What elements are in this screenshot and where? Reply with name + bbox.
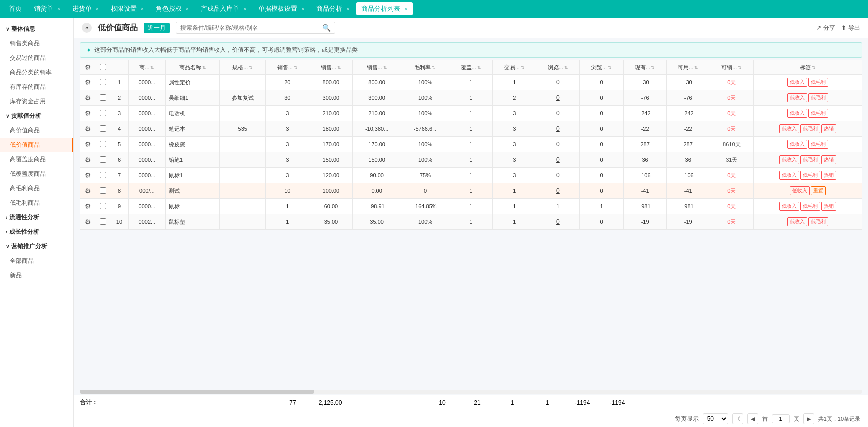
col-browse2[interactable]: 浏览...⇅ xyxy=(580,60,623,75)
browse-link[interactable]: 0 xyxy=(556,172,560,179)
search-icon[interactable]: 🔍 xyxy=(322,24,331,32)
col-checkbox[interactable] xyxy=(96,60,110,75)
row-browse1[interactable]: 0 xyxy=(536,183,580,199)
row-checkbox[interactable] xyxy=(100,203,106,209)
col-sales1[interactable]: 销售...⇅ xyxy=(266,60,309,75)
browse-link[interactable]: 0 xyxy=(556,94,560,101)
row-checkbox[interactable] xyxy=(100,218,106,225)
row-checkbox-cell[interactable] xyxy=(96,90,110,106)
close-icon[interactable]: × xyxy=(404,6,407,12)
gear-cell[interactable]: ⚙ xyxy=(80,199,96,214)
row-checkbox-cell[interactable] xyxy=(96,214,110,230)
sidebar-item-high-value[interactable]: 高价值商品 xyxy=(0,123,73,138)
sidebar-item-high-margin[interactable]: 高毛利商品 xyxy=(0,181,73,196)
browse-link[interactable]: 0 xyxy=(556,79,560,86)
per-page-select[interactable]: 50 100 200 xyxy=(703,413,728,424)
nav-product-analysis-list[interactable]: 商品分析列表 × xyxy=(356,2,412,15)
col-gross[interactable]: 毛利率⇅ xyxy=(401,60,449,75)
row-checkbox[interactable] xyxy=(100,94,106,101)
row-browse1[interactable]: 0 xyxy=(536,214,580,230)
sidebar-group-overview[interactable]: ∨ 整体信息 xyxy=(0,22,73,36)
row-checkbox-cell[interactable] xyxy=(96,106,110,121)
browse-link[interactable]: 0 xyxy=(556,110,560,117)
browse-link[interactable]: 1 xyxy=(556,203,560,210)
row-checkbox[interactable] xyxy=(100,110,106,116)
sidebar-item-sales-products[interactable]: 销售类商品 xyxy=(0,36,73,51)
sidebar-item-traded-products[interactable]: 交易过的商品 xyxy=(0,51,73,65)
col-browse1[interactable]: 浏览...⇅ xyxy=(536,60,580,75)
col-tags[interactable]: 标签⇅ xyxy=(753,60,862,75)
col-spec[interactable]: 规格...⇅ xyxy=(220,60,266,75)
col-sales2[interactable]: 销售...⇅ xyxy=(309,60,353,75)
col-gear[interactable]: ⚙ xyxy=(80,60,96,75)
row-checkbox-cell[interactable] xyxy=(96,199,110,214)
export-button[interactable]: ⬆ 导出 xyxy=(841,24,860,32)
close-icon[interactable]: × xyxy=(141,6,144,12)
row-browse1[interactable]: 0 xyxy=(536,121,580,137)
gear-cell[interactable]: ⚙ xyxy=(80,90,96,106)
close-icon[interactable]: × xyxy=(301,6,304,12)
row-browse1[interactable]: 0 xyxy=(536,90,580,106)
nav-home[interactable]: 首页 xyxy=(4,2,27,15)
gear-cell[interactable]: ⚙ xyxy=(80,75,96,90)
sidebar-group-contribution[interactable]: ∨ 贡献值分析 xyxy=(0,109,73,123)
row-checkbox[interactable] xyxy=(100,172,106,178)
close-icon[interactable]: × xyxy=(57,6,60,12)
sidebar-item-low-margin[interactable]: 低毛利商品 xyxy=(0,196,73,210)
row-checkbox-cell[interactable] xyxy=(96,152,110,168)
gear-cell[interactable]: ⚙ xyxy=(80,183,96,199)
sidebar-item-high-coverage[interactable]: 高覆盖度商品 xyxy=(0,152,73,167)
row-browse1[interactable]: 0 xyxy=(536,106,580,121)
nav-permission[interactable]: 权限设置 × xyxy=(106,2,149,15)
sidebar-item-stock-products[interactable]: 有库存的商品 xyxy=(0,80,73,94)
row-browse1[interactable]: 1 xyxy=(536,199,580,214)
nav-product-warehouse[interactable]: 产成品入库单 × xyxy=(196,2,251,15)
browse-link[interactable]: 0 xyxy=(556,218,560,225)
nav-purchase-order[interactable]: 进货单 × xyxy=(67,2,104,15)
col-stock2[interactable]: 可用...⇅ xyxy=(666,60,710,75)
gear-cell[interactable]: ⚙ xyxy=(80,168,96,183)
sidebar-item-category-sales[interactable]: 商品分类的销率 xyxy=(0,65,73,80)
gear-cell[interactable]: ⚙ xyxy=(80,106,96,121)
row-checkbox-cell[interactable] xyxy=(96,137,110,152)
select-all-checkbox[interactable] xyxy=(100,64,106,70)
close-icon[interactable]: × xyxy=(186,6,189,12)
sidebar-item-all-products[interactable]: 全部商品 xyxy=(0,254,73,268)
col-trade[interactable]: 交易...⇅ xyxy=(493,60,536,75)
row-checkbox-cell[interactable] xyxy=(96,183,110,199)
browse-link[interactable]: 0 xyxy=(556,141,560,148)
gear-cell[interactable]: ⚙ xyxy=(80,121,96,137)
prev-page-button[interactable]: ◀ xyxy=(747,413,758,424)
row-checkbox[interactable] xyxy=(100,125,106,132)
gear-cell[interactable]: ⚙ xyxy=(80,137,96,152)
date-filter-button[interactable]: 近一月 xyxy=(144,23,170,33)
col-sellable[interactable]: 可销...⇅ xyxy=(710,60,753,75)
sidebar-item-low-value[interactable]: 低价值商品 xyxy=(0,138,73,152)
close-icon[interactable]: × xyxy=(96,6,99,12)
search-input[interactable] xyxy=(180,24,322,31)
gear-cell[interactable]: ⚙ xyxy=(80,214,96,230)
row-checkbox[interactable] xyxy=(100,79,106,85)
row-checkbox-cell[interactable] xyxy=(96,75,110,90)
col-name[interactable]: 商品名称⇅ xyxy=(165,60,219,75)
scroll-thumb[interactable] xyxy=(80,390,314,394)
close-icon[interactable]: × xyxy=(346,6,349,12)
close-icon[interactable]: × xyxy=(243,6,246,12)
sidebar-item-new-products[interactable]: 新品 xyxy=(0,268,73,283)
row-checkbox[interactable] xyxy=(100,141,106,147)
browse-link[interactable]: 0 xyxy=(556,125,560,132)
nav-template[interactable]: 单据模板设置 × xyxy=(253,2,309,15)
row-browse1[interactable]: 0 xyxy=(536,137,580,152)
row-checkbox[interactable] xyxy=(100,187,106,194)
sidebar-group-circulation[interactable]: › 流通性分析 xyxy=(0,210,73,225)
horizontal-scrollbar[interactable] xyxy=(80,390,862,394)
sidebar-item-low-coverage[interactable]: 低覆盖度商品 xyxy=(0,167,73,181)
next-page-button[interactable]: ▶ xyxy=(803,413,814,424)
first-page-button[interactable]: 《 xyxy=(732,413,743,424)
browse-link[interactable]: 0 xyxy=(556,156,560,163)
browse-link[interactable]: 0 xyxy=(556,187,560,194)
col-sales3[interactable]: 销售...⇅ xyxy=(353,60,401,75)
sidebar-collapse-button[interactable]: « xyxy=(82,23,92,33)
share-button[interactable]: ↗ 分享 xyxy=(816,24,835,32)
row-checkbox[interactable] xyxy=(100,156,106,163)
